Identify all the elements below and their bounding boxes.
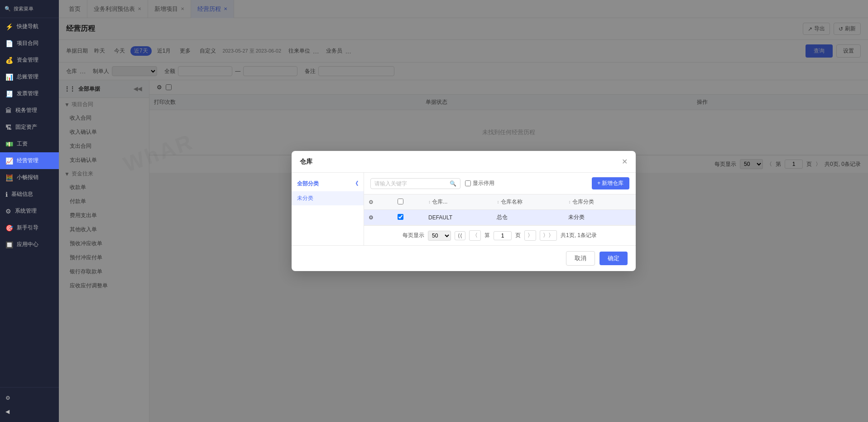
sidebar-item-basic-info[interactable]: ℹ基础信息: [0, 186, 59, 203]
modal-close-button[interactable]: ✕: [622, 157, 628, 166]
sidebar-icon-general-ledger: 📊: [5, 73, 13, 81]
sidebar-label-project-contract: 项目合同: [17, 39, 38, 47]
all-category-label[interactable]: 全部分类: [297, 180, 319, 188]
col-gear[interactable]: ⚙: [364, 194, 393, 210]
sidebar-icon-system-management: ⚙: [5, 208, 11, 215]
sidebar-label-tax-management: 税务管理: [15, 107, 37, 114]
row-settings[interactable]: ⚙: [364, 210, 393, 225]
modal-table-row[interactable]: ⚙ DEFAULT 总仓 未分类: [364, 210, 636, 225]
sidebar-icon-basic-info: ℹ: [5, 191, 8, 198]
modal-pagination: 每页显示 50 100 ⟨⟨ 〈 算 页 〉 〉〉: [364, 225, 636, 245]
search-icon-modal: 🔍: [450, 180, 456, 187]
col-code: ↕ 仓库...: [424, 194, 492, 210]
cancel-button[interactable]: 取消: [566, 251, 595, 266]
main-area: 首页业务利润预估表✕新增项目✕经营历程✕ 经营历程 ↗ 导出 ↺ 刷新 单据日期…: [59, 0, 868, 422]
sidebar-item-invoice-management[interactable]: 🧾发票管理: [0, 85, 59, 102]
modal-page-label: 算: [484, 232, 490, 239]
sidebar-item-quick-nav[interactable]: ⚡快捷导航: [0, 18, 59, 35]
row-select-checkbox[interactable]: [398, 214, 403, 220]
modal-table: ⚙ ↕ 仓库... ↕ 仓库名称 ↕ 仓库分类 ⚙ DEFA: [364, 194, 636, 225]
modal-actions: 取消 确定: [292, 245, 636, 271]
row-checkbox[interactable]: [393, 210, 424, 225]
sidebar-icon-quick-nav: ⚡: [5, 23, 13, 30]
row-code: DEFAULT: [424, 210, 492, 225]
col-check[interactable]: [393, 194, 424, 210]
modal-collapse-icon[interactable]: 《: [353, 180, 358, 188]
modal-toolbar: 🔍 显示停用 + 新增仓库: [364, 173, 636, 194]
sidebar-icon-fund-management: 💰: [5, 57, 13, 64]
sidebar-icon-business-management: 📈: [5, 157, 13, 165]
sidebar-label-new-guide: 新手引导: [17, 224, 38, 232]
modal-search-box[interactable]: 🔍: [370, 178, 460, 189]
sidebar-icon-fixed-assets: 🏗: [5, 124, 12, 131]
modal-last-page-btn[interactable]: 〉〉: [540, 230, 557, 241]
modal-first-page-btn[interactable]: ⟨⟨: [455, 231, 465, 240]
modal-body: 全部分类 《 未分类 🔍: [292, 173, 636, 245]
collapse-icon: ◀: [5, 408, 10, 415]
modal-next-page-btn[interactable]: 〉: [524, 230, 536, 241]
modal-per-page-select[interactable]: 50 100: [428, 231, 451, 241]
confirm-button[interactable]: 确定: [599, 252, 628, 265]
sidebar-item-system-management[interactable]: ⚙系统管理: [0, 203, 59, 219]
show-disabled-label[interactable]: 显示停用: [465, 179, 494, 187]
modal-prev-page-btn[interactable]: 〈: [469, 230, 481, 241]
modal-table-header: ⚙ ↕ 仓库... ↕ 仓库名称 ↕ 仓库分类: [364, 194, 636, 210]
sidebar-search[interactable]: 🔍 搜索菜单: [0, 0, 59, 18]
sidebar-icon-tax-management: 🏛: [5, 107, 12, 114]
modal-right: 🔍 显示停用 + 新增仓库: [364, 173, 636, 245]
modal-page-input[interactable]: [494, 231, 512, 240]
sidebar-item-salary[interactable]: 💵工资: [0, 136, 59, 152]
sidebar-label-fund-management: 资金管理: [17, 56, 38, 64]
sidebar-label-salary: 工资: [17, 140, 28, 148]
sidebar-item-new-guide[interactable]: 🎯新手引导: [0, 219, 59, 236]
sidebar-item-general-ledger[interactable]: 📊总账管理: [0, 68, 59, 85]
modal-search-input[interactable]: [374, 180, 447, 187]
sidebar-item-fund-management[interactable]: 💰资金管理: [0, 52, 59, 68]
sidebar-icon-salary: 💵: [5, 141, 13, 148]
modal-page-word: 页: [515, 232, 521, 239]
sidebar-label-general-ledger: 总账管理: [17, 73, 38, 81]
sidebar: 🔍 搜索菜单 ⚡快捷导航📄项目合同💰资金管理📊总账管理🧾发票管理🏛税务管理🏗固定…: [0, 0, 59, 422]
col-category: ↕ 仓库分类: [564, 194, 635, 210]
sidebar-label-app-center: 应用中心: [17, 241, 38, 248]
sidebar-item-xiaoChang-report[interactable]: 🧮小畅报销: [0, 169, 59, 186]
show-disabled-checkbox[interactable]: [465, 180, 471, 186]
select-all-checkbox[interactable]: [398, 199, 403, 204]
sidebar-label-fixed-assets: 固定资产: [15, 123, 37, 131]
row-name: 总仓: [492, 210, 564, 225]
warehouse-table: ⚙ ↕ 仓库... ↕ 仓库名称 ↕ 仓库分类 ⚙ DEFA: [364, 194, 636, 225]
sidebar-label-xiaoChang-report: 小畅报销: [17, 174, 38, 181]
sidebar-label-basic-info: 基础信息: [11, 190, 33, 198]
sidebar-label-quick-nav: 快捷导航: [17, 23, 38, 30]
modal-title: 仓库: [300, 158, 312, 166]
sidebar-bottom: ⚙ ◀: [0, 387, 59, 422]
col-name: ↕ 仓库名称: [492, 194, 564, 210]
sidebar-search-label: 搜索菜单: [14, 5, 34, 12]
add-warehouse-button[interactable]: + 新增仓库: [592, 177, 629, 189]
sidebar-item-fixed-assets[interactable]: 🏗固定资产: [0, 119, 59, 136]
modal-left-header: 全部分类 《: [292, 176, 364, 191]
sidebar-icon-new-guide: 🎯: [5, 224, 13, 232]
sidebar-icon-app-center: 🔲: [5, 241, 13, 248]
sidebar-item-tax-management[interactable]: 🏛税务管理: [0, 102, 59, 119]
warehouse-modal: 仓库 ✕ 全部分类 《 未分类: [292, 151, 636, 271]
sidebar-bottom-settings[interactable]: ⚙: [0, 391, 59, 405]
row-category: 未分类: [564, 210, 635, 225]
settings-icon: ⚙: [5, 395, 10, 401]
sidebar-item-business-management[interactable]: 📈经营管理: [0, 152, 59, 169]
modal-total-text: 共1页, 1条记录: [561, 232, 597, 239]
sidebar-item-project-contract[interactable]: 📄项目合同: [0, 35, 59, 52]
sidebar-bottom-collapse[interactable]: ◀: [0, 405, 59, 418]
modal-header: 仓库 ✕: [292, 151, 636, 173]
sidebar-item-app-center[interactable]: 🔲应用中心: [0, 236, 59, 253]
sidebar-icon-xiaoChang-report: 🧮: [5, 174, 13, 181]
modal-left-item-unclassified[interactable]: 未分类: [292, 191, 364, 205]
sidebar-label-invoice-management: 发票管理: [17, 90, 38, 97]
modal-overlay: 仓库 ✕ 全部分类 《 未分类: [59, 0, 868, 422]
modal-per-page-label: 每页显示: [403, 232, 424, 239]
sidebar-label-business-management: 经营管理: [17, 157, 38, 165]
search-icon: 🔍: [5, 6, 11, 12]
sidebar-label-system-management: 系统管理: [15, 207, 37, 215]
sidebar-icon-project-contract: 📄: [5, 40, 13, 47]
sidebar-icon-invoice-management: 🧾: [5, 90, 13, 97]
